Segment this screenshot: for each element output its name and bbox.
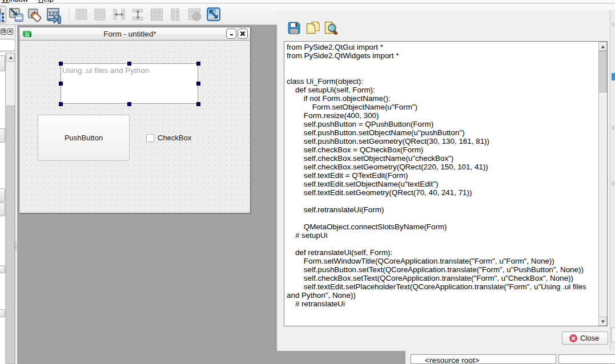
svg-text:123: 123 — [48, 10, 58, 17]
